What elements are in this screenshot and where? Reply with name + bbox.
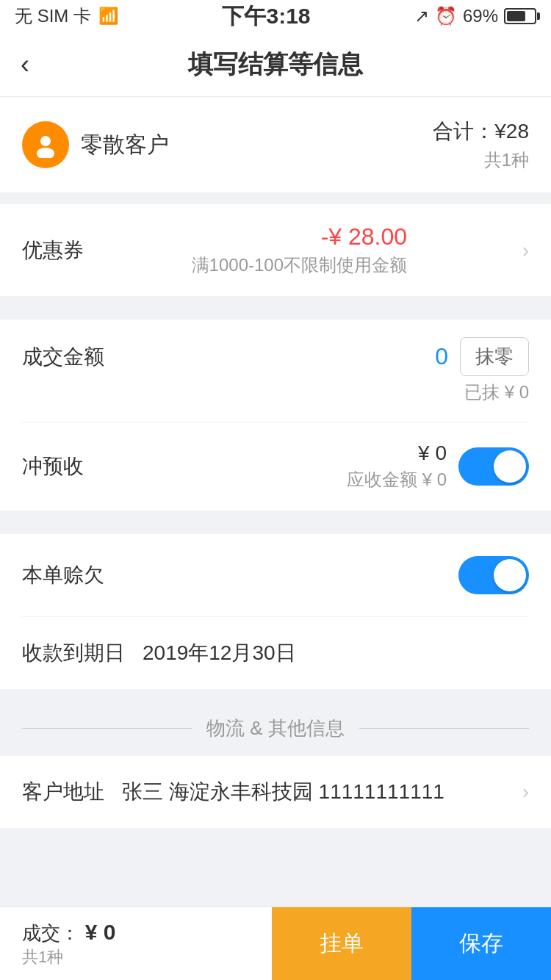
logistics-header-text: 物流 & 其他信息 — [206, 716, 345, 741]
credit-label: 本单赊欠 — [22, 561, 104, 589]
credit-toggle[interactable] — [458, 556, 529, 594]
transaction-value: 0 — [435, 343, 448, 370]
wifi-icon: 📶 — [98, 7, 118, 26]
chevron-right-icon: › — [522, 239, 529, 262]
svg-point-0 — [40, 136, 51, 146]
hang-order-button[interactable]: 挂单 — [272, 907, 411, 980]
bottom-info: 成交： ¥ 0 共1种 — [0, 907, 272, 980]
credit-toggle-thumb — [494, 559, 526, 591]
toggle-thumb — [494, 450, 526, 483]
person-icon — [32, 131, 59, 158]
credit-card: 本单赊欠 收款到期日 2019年12月30日 — [0, 534, 551, 689]
customer-card: 零散客户 合计：¥28 共1种 — [0, 97, 551, 192]
logistics-section-header: 物流 & 其他信息 — [0, 701, 551, 756]
bottom-deal-row: 成交： ¥ 0 — [22, 920, 272, 946]
prepay-amounts: ¥ 0 应收金额 ¥ 0 — [347, 442, 447, 491]
total-count: 共1种 — [433, 148, 529, 172]
page: 无 SIM 卡 📶 下午3:18 ↗ ⏰ 69% ‹ 填写结算等信息 — [0, 0, 551, 980]
due-date-value: 2019年12月30日 — [143, 639, 296, 667]
address-value: 张三 海淀永丰科技园 11111111111 — [122, 778, 497, 806]
battery-label: 69% — [463, 6, 498, 26]
status-time: 下午3:18 — [222, 1, 310, 32]
bottom-deal-amount: ¥ 0 — [85, 920, 116, 944]
prepay-toggle[interactable] — [458, 447, 529, 486]
address-label: 客户地址 — [22, 778, 104, 806]
nav-bar: ‹ 填写结算等信息 — [0, 32, 551, 97]
prepay-main-amount: ¥ 0 — [347, 442, 447, 465]
coupon-discount: -¥ 28.00 — [321, 223, 407, 251]
back-button[interactable]: ‹ — [21, 49, 29, 80]
transaction-bottom: 已抹 ¥ 0 — [22, 376, 529, 404]
round-zero-button[interactable]: 抹零 — [460, 337, 529, 376]
prepay-sub-amount: 应收金额 ¥ 0 — [347, 468, 447, 491]
coupon-right: -¥ 28.00 满1000-100不限制使用金额 — [192, 223, 407, 277]
save-button[interactable]: 保存 — [411, 907, 551, 980]
transaction-top: 成交金额 0 抹零 — [22, 337, 529, 376]
hang-label: 挂单 — [320, 929, 364, 959]
bottom-bar: 成交： ¥ 0 共1种 挂单 保存 — [0, 907, 551, 980]
bottom-count: 共1种 — [22, 946, 272, 968]
sim-label: 无 SIM 卡 — [15, 4, 91, 28]
page-title: 填写结算等信息 — [188, 48, 363, 82]
alarm-icon: ⏰ — [435, 6, 457, 26]
section-divider-1 — [0, 308, 551, 320]
customer-row: 零散客户 合计：¥28 共1种 — [0, 97, 551, 192]
prepay-label: 冲预收 — [22, 453, 84, 480]
credit-row: 本单赊欠 — [0, 534, 551, 616]
customer-summary: 合计：¥28 共1种 — [433, 118, 529, 172]
transaction-right: 0 抹零 — [435, 337, 529, 376]
transaction-label: 成交金额 — [22, 343, 104, 371]
location-icon: ↗ — [414, 6, 429, 26]
coupon-description: 满1000-100不限制使用金额 — [192, 253, 407, 277]
header-line-right — [359, 728, 529, 729]
battery-fill — [507, 11, 525, 21]
status-right: ↗ ⏰ 69% — [414, 6, 536, 26]
avatar — [22, 121, 69, 168]
prepay-right: ¥ 0 应收金额 ¥ 0 — [347, 442, 529, 491]
transaction-row: 成交金额 0 抹零 已抹 ¥ 0 — [0, 320, 551, 422]
coupon-label: 优惠券 — [22, 237, 84, 264]
battery-icon — [504, 8, 536, 24]
status-left: 无 SIM 卡 📶 — [15, 4, 118, 28]
customer-left: 零散客户 — [22, 121, 169, 168]
due-date-label: 收款到期日 — [22, 639, 125, 667]
due-date-row: 收款到期日 2019年12月30日 — [0, 617, 551, 689]
address-row[interactable]: 客户地址 张三 海淀永丰科技园 11111111111 › — [0, 756, 551, 828]
status-bar: 无 SIM 卡 📶 下午3:18 ↗ ⏰ 69% — [0, 0, 551, 32]
header-line-left — [22, 728, 192, 729]
bottom-deal-label: 成交： — [22, 922, 79, 944]
coupon-card: 优惠券 -¥ 28.00 满1000-100不限制使用金额 › — [0, 204, 551, 296]
save-label: 保存 — [459, 929, 503, 959]
section-divider-2 — [0, 522, 551, 534]
address-chevron-icon: › — [522, 780, 529, 804]
transaction-sub: 已抹 ¥ 0 — [464, 381, 529, 404]
total-amount: 合计：¥28 — [433, 118, 529, 145]
customer-name: 零散客户 — [81, 130, 169, 160]
transaction-card: 成交金额 0 抹零 已抹 ¥ 0 冲预收 ¥ 0 应收金额 ¥ 0 — [0, 320, 551, 511]
coupon-row[interactable]: 优惠券 -¥ 28.00 满1000-100不限制使用金额 › — [0, 204, 551, 296]
address-card: 客户地址 张三 海淀永丰科技园 11111111111 › — [0, 756, 551, 828]
svg-point-1 — [37, 148, 54, 158]
prepay-row: 冲预收 ¥ 0 应收金额 ¥ 0 — [0, 422, 551, 511]
